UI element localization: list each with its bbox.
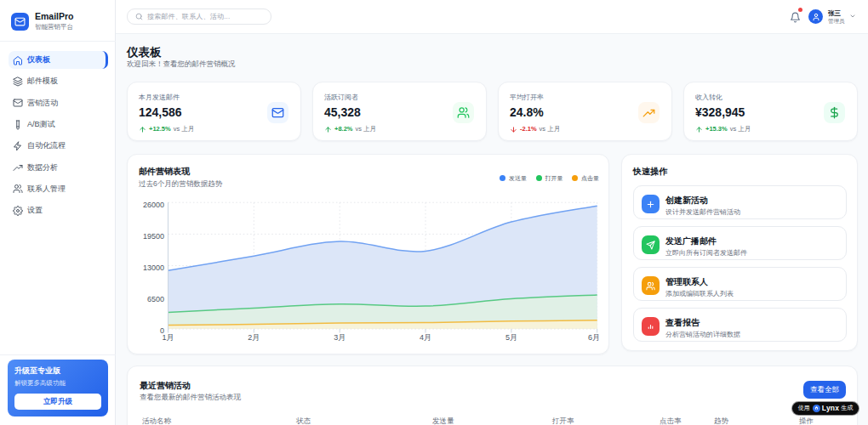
svg-text:1月: 1月 bbox=[162, 333, 174, 342]
svg-text:5月: 5月 bbox=[505, 333, 517, 342]
svg-text:3月: 3月 bbox=[334, 333, 345, 342]
svg-text:4月: 4月 bbox=[420, 333, 431, 342]
svg-text:6500: 6500 bbox=[147, 295, 164, 303]
svg-text:26000: 26000 bbox=[143, 201, 164, 209]
svg-text:6月: 6月 bbox=[588, 333, 600, 342]
svg-text:13000: 13000 bbox=[143, 264, 164, 272]
svg-text:2月: 2月 bbox=[248, 333, 260, 342]
svg-text:19500: 19500 bbox=[143, 232, 164, 241]
